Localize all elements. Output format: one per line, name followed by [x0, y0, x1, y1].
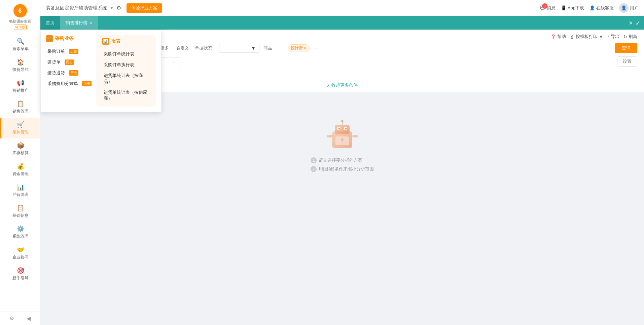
help-label: 帮助 [557, 34, 566, 40]
purchase-reports-title-icon: 📊 [102, 38, 109, 45]
goods-receipt-item[interactable]: 进货单 历史 [46, 57, 97, 68]
sidebar-item-quick-nav[interactable]: 🏠 快捷导航 [0, 55, 40, 76]
sidebar-item-sales[interactable]: 📋 销售管理 [0, 97, 40, 118]
goods-receipt-label: 进货单 [47, 59, 61, 65]
purchase-order-label: 采购订单 [47, 48, 65, 54]
tab-close-all-btn[interactable]: ✕ [629, 20, 633, 26]
help-btn[interactable]: ❓ 帮助 [550, 34, 566, 40]
tip-num-1: 1 [311, 157, 317, 163]
sidebar-item-operation[interactable]: 📊 经营管理 [0, 180, 40, 201]
empty-tip-1: 1 请先选择要分析的方案 [311, 157, 373, 163]
export-btn[interactable]: ↑ 导出 [607, 34, 620, 40]
svg-point-4 [338, 128, 340, 130]
query-btn[interactable]: 查询 [615, 43, 637, 53]
goods-return-label: 进货退货 [47, 70, 65, 76]
purchase-cost-history-badge: 历史 [82, 81, 92, 86]
sidebar-item-guide[interactable]: 🎯 新手引导 [0, 263, 40, 284]
empty-tips: 1 请先选择要分析的方案 2 用[过滤]条件来缩小分析范围 [311, 157, 373, 172]
sidebar-item-system[interactable]: ⚙️ 系统管理 [0, 222, 40, 243]
date-shortcut-custom[interactable]: 自定义 [175, 45, 191, 52]
set-btn[interactable]: 设置 [617, 56, 637, 67]
goods-receipt-stats-by-goods-label: 进货单统计表（按商品） [104, 73, 151, 85]
logo-badge: 标准版 [14, 25, 27, 30]
goods-receipt-history-badge: 历史 [65, 59, 74, 65]
marketing-icon: 📢 [17, 79, 24, 87]
settings-icon[interactable]: ⚙ [116, 5, 121, 11]
svg-point-5 [345, 128, 347, 130]
export-label: 导出 [611, 34, 619, 40]
collapse-label: 收起更多条件 [331, 82, 358, 88]
purchase-reports-col: 📊 报表 采购订单统计表 采购订单执行表 进货单统计表（按商品） 进货单统计表（… [97, 35, 156, 107]
print-btn[interactable]: 🖨 按模板打印 ▼ [570, 34, 603, 40]
svg-point-7 [341, 120, 343, 122]
goods-receipt-stats-by-supplier-item[interactable]: 进货单统计表（按供应商） [102, 87, 153, 104]
goods-return-history-badge: 历史 [69, 70, 78, 76]
sidebar-item-marketing[interactable]: 📢 营销推广 [0, 76, 40, 97]
basic-info-icon: 📋 [17, 204, 24, 212]
finance-icon: 💰 [17, 163, 24, 170]
purchase-business-col: 🛒 采购业务 采购订单 历史 进货单 历史 进货退货 历史 采购费用分摊单 历史 [46, 35, 97, 107]
industry-btn[interactable]: 体验行业方案 [127, 3, 162, 13]
system-dropdown-icon[interactable]: ▼ [110, 6, 114, 10]
purchase-order-stats-item[interactable]: 采购订单统计表 [102, 49, 153, 59]
sidebar-item-enterprise[interactable]: 🤝 企业协同 [0, 243, 40, 263]
header-online-service-btn[interactable]: 👤 在线客服 [589, 5, 614, 11]
online-service-icon: 👤 [589, 5, 595, 10]
online-service-label: 在线客服 [596, 5, 614, 11]
user-label: 用户 [630, 5, 639, 11]
purchase-business-title-icon: 🛒 [46, 35, 53, 42]
order-status-select[interactable]: ▼ [219, 44, 259, 53]
tab-sales-rank-label: 销售排行榜 [66, 20, 87, 26]
collapse-icon: ∧ [327, 83, 330, 88]
sidebar-collapse-btn[interactable]: ◀ [27, 315, 31, 322]
goods-receipt-stats-by-goods-item[interactable]: 进货单统计表（按商品） [102, 70, 153, 87]
purchase-cost-item[interactable]: 采购费用分摊单 历史 [46, 78, 97, 89]
sales-icon: 📋 [17, 100, 24, 108]
svg-rect-1 [335, 125, 350, 134]
goods-chip-value: 设计费 [291, 45, 303, 51]
sidebar-item-purchase[interactable]: 🛒 采购管理 [0, 118, 40, 138]
tab-home[interactable]: 首页 [40, 16, 60, 30]
sidebar-item-inventory-label: 库存核算 [12, 150, 29, 156]
header-message-btn[interactable]: 💬 9 消息 [540, 5, 556, 11]
tab-sales-rank[interactable]: 销售排行榜 ✕ [60, 16, 98, 30]
purchase-order-item[interactable]: 采购订单 历史 [46, 46, 97, 57]
print-label: 按模板打印 [576, 34, 598, 40]
goods-return-item[interactable]: 进货退货 历史 [46, 68, 97, 78]
refresh-btn[interactable]: ↻ 刷新 [623, 34, 637, 40]
enterprise-icon: 🤝 [17, 246, 24, 253]
search-icon: 🔍 [17, 38, 24, 45]
svg-text:?: ? [341, 138, 344, 144]
purchase-dropdown-menu: 🛒 采购业务 采购订单 历史 进货单 历史 进货退货 历史 采购费用分摊单 历史… [40, 30, 162, 112]
sidebar-settings-btn[interactable]: ⚙ [9, 315, 14, 322]
tabbar-right: ✕ ⤢ [629, 20, 644, 26]
sidebar-item-inventory[interactable]: 📦 库存核算 [0, 138, 40, 159]
header-user-btn[interactable]: 👤 用户 [619, 3, 639, 13]
purchase-business-title-text: 采购业务 [55, 36, 74, 42]
svg-rect-9 [352, 135, 358, 137]
goods-more-btn[interactable]: ··· [314, 45, 318, 51]
goods-chip-close-btn[interactable]: × [304, 46, 307, 50]
logo-text: 畅捷通好生意 [9, 19, 31, 24]
empty-state-icon: ? [325, 120, 359, 153]
sidebar-item-search[interactable]: 🔍 搜索菜单 [0, 34, 40, 55]
app-logo-icon: 6 [13, 4, 27, 17]
salesman-dropdown-icon: ··· [173, 59, 177, 64]
order-status-label: 单据状态 [195, 45, 215, 51]
purchase-cost-label: 采购费用分摊单 [47, 81, 78, 87]
sidebar-item-sales-label: 销售管理 [12, 109, 29, 114]
tab-expand-btn[interactable]: ⤢ [636, 20, 640, 26]
tip-num-2: 2 [311, 166, 317, 172]
sidebar-item-basic-info[interactable]: 📋 基础信息 [0, 201, 40, 222]
refresh-icon: ↻ [623, 34, 627, 39]
sidebar-item-system-label: 系统管理 [12, 234, 29, 239]
sidebar-item-finance[interactable]: 💰 资金管理 [0, 159, 40, 180]
inventory-icon: 📦 [17, 142, 24, 149]
header-app-download-btn[interactable]: 📱 App下载 [561, 5, 584, 11]
tab-sales-rank-close-icon[interactable]: ✕ [90, 21, 93, 25]
purchase-order-exec-item[interactable]: 采购订单执行表 [102, 59, 153, 70]
sidebar-item-quick-nav-label: 快捷导航 [12, 67, 29, 73]
sidebar-logo: 6 畅捷通好生意 标准版 [0, 0, 40, 34]
app-download-icon: 📱 [561, 5, 566, 10]
sidebar-bottom: ⚙ ◀ [0, 312, 40, 325]
